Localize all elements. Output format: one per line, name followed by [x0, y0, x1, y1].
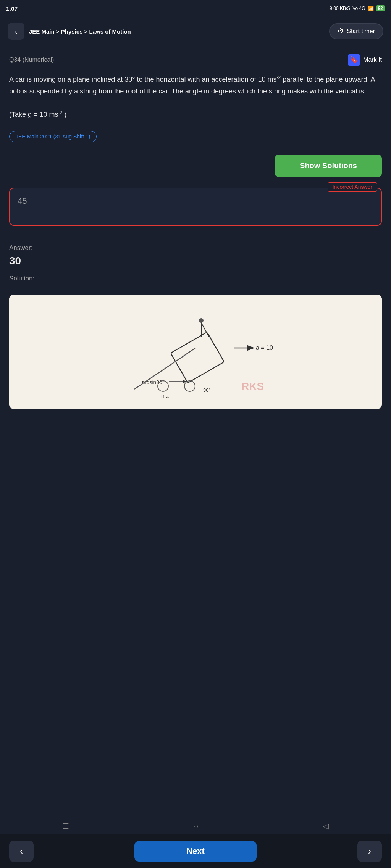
incorrect-badge: Incorrect Answer [328, 182, 377, 192]
answer-input-wrap: Incorrect Answer 45 [9, 188, 382, 226]
mark-button[interactable]: 🔖 Mark It [348, 54, 382, 66]
next-arrow-button[interactable]: › [357, 841, 382, 862]
svg-rect-0 [171, 332, 224, 383]
breadcrumb-text: JEE Main > Physics > Laws of Motion [29, 28, 131, 35]
android-nav-bar: ☰ ○ ◁ [0, 817, 391, 834]
timer-label: Start timer [347, 28, 375, 35]
status-bar: 1:07 9.00 KB/S Vo 4G 📶 92 [0, 0, 391, 17]
svg-line-12 [134, 348, 196, 389]
status-time: 1:07 [6, 5, 18, 12]
solution-diagram: a = 10 mgsin30° ma 30° RKS [104, 302, 287, 401]
bottom-nav: ‹ Next › [0, 834, 391, 868]
header-left: ‹ JEE Main > Physics > Laws of Motion [8, 23, 131, 40]
back-button[interactable]: ‹ [8, 23, 24, 40]
show-solutions-row: Show Solutions [0, 151, 391, 185]
next-button[interactable]: Next [134, 841, 257, 862]
question-text: A car is moving on a plane inclined at 3… [0, 71, 391, 128]
bookmark-icon: 🔖 [350, 56, 358, 64]
answer-input-box[interactable]: 45 [9, 188, 382, 226]
android-back-icon: ◁ [323, 821, 329, 831]
menu-icon: ☰ [62, 821, 69, 831]
svg-text:a = 10: a = 10 [256, 345, 273, 351]
answer-label: Answer: [9, 244, 382, 252]
show-solutions-button[interactable]: Show Solutions [275, 155, 382, 177]
battery-indicator: 92 [376, 5, 385, 11]
home-icon: ○ [194, 822, 198, 831]
network-speed: 9.00 KB/S [330, 6, 350, 11]
prev-button[interactable]: ‹ [9, 841, 34, 862]
svg-text:ma: ma [161, 393, 169, 399]
prev-icon: ‹ [20, 846, 23, 857]
breadcrumb: JEE Main > Physics > Laws of Motion [29, 28, 131, 35]
mark-label: Mark It [363, 56, 382, 63]
question-paragraph: A car is moving on a plane inclined at 3… [9, 74, 382, 120]
svg-text:RKS: RKS [241, 380, 264, 392]
signal-icon: 📶 [368, 6, 374, 11]
header: ‹ JEE Main > Physics > Laws of Motion ⏱ … [0, 17, 391, 46]
answer-value: 30 [9, 255, 382, 267]
question-number: Q34 (Numerical) [9, 56, 54, 63]
back-icon: ‹ [15, 27, 18, 36]
solution-label: Solution: [9, 275, 382, 282]
tag-row: JEE Main 2021 (31 Aug Shift 1) [0, 128, 391, 151]
next-arrow-icon: › [368, 846, 371, 857]
question-meta: Q34 (Numerical) 🔖 Mark It [0, 46, 391, 71]
answer-input-value: 45 [18, 196, 27, 206]
solution-image-wrap: a = 10 mgsin30° ma 30° RKS [9, 295, 382, 409]
status-right: 9.00 KB/S Vo 4G 📶 92 [330, 5, 385, 11]
bookmark-icon-wrap: 🔖 [348, 54, 360, 66]
network-type: Vo 4G [352, 6, 365, 11]
timer-icon: ⏱ [338, 28, 344, 35]
answer-section: Answer: 30 Solution: [0, 235, 391, 291]
start-timer-button[interactable]: ⏱ Start timer [329, 23, 383, 39]
exam-tag: JEE Main 2021 (31 Aug Shift 1) [9, 131, 97, 142]
svg-point-2 [199, 318, 204, 323]
